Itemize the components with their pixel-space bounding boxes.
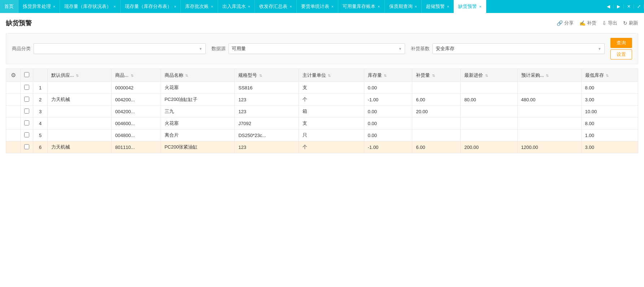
row-goods-code-4: 004800... bbox=[112, 129, 161, 141]
tab-close-available[interactable]: × bbox=[378, 4, 380, 9]
row-supplier-3 bbox=[48, 118, 112, 129]
table-body: 1 0000042 火花塞 SS816 支 0.00 8.00 2 力天机械 0… bbox=[6, 82, 638, 153]
data-table: ⚙ 默认供应... ⇅ 商品... ⇅ 商品名称 ⇅ bbox=[6, 69, 638, 153]
col-replenish[interactable]: 补货量 ⇅ bbox=[412, 69, 461, 82]
category-arrow-icon: ▼ bbox=[199, 47, 203, 51]
tab-nav-fullscreen[interactable]: ⤢ bbox=[634, 4, 644, 9]
replenish-button[interactable]: ✍ 补货 bbox=[579, 20, 596, 26]
row-checkbox-cell-4[interactable] bbox=[21, 129, 33, 141]
row-unit-1: 个 bbox=[299, 94, 364, 106]
row-replenish-3 bbox=[412, 118, 461, 129]
supplier-sort-icon: ⇅ bbox=[76, 74, 79, 78]
row-latest-price-3 bbox=[461, 118, 517, 129]
header-actions: 🔗 分享 ✍ 补货 ⇩ 导出 ↻ 刷新 bbox=[557, 20, 638, 26]
row-checkbox-cell-0[interactable] bbox=[21, 82, 33, 94]
row-goods-name-5: PC200张紧油缸 bbox=[161, 141, 235, 153]
tab-nav-close[interactable]: ✕ bbox=[624, 4, 634, 9]
replenish-base-arrow-icon: ▼ bbox=[598, 47, 601, 51]
spec-sort-icon: ⇅ bbox=[259, 74, 262, 78]
row-checkbox-2[interactable] bbox=[24, 109, 29, 114]
tab-close-stock-dist[interactable]: × bbox=[174, 4, 176, 9]
replenish-base-select[interactable]: 安全库存 ▼ bbox=[432, 43, 605, 54]
tab-receive[interactable]: 收发存汇总表 × bbox=[255, 0, 296, 13]
col-goods-name[interactable]: 商品名称 ⇅ bbox=[161, 69, 235, 82]
tab-close-receive[interactable]: × bbox=[290, 4, 292, 9]
tab-bar: 首页 拣货异常处理 × 现存量（库存状况表） × 现存量（库存分布表） × 库存… bbox=[0, 0, 644, 13]
row-latest-price-1: 80.00 bbox=[461, 94, 517, 106]
tab-close-batch[interactable]: × bbox=[211, 4, 213, 9]
col-latest-price[interactable]: 最新进价 ⇅ bbox=[461, 69, 517, 82]
col-unit[interactable]: 主计量单位 ⇅ bbox=[299, 69, 364, 82]
tab-expiry[interactable]: 保质期查询 × bbox=[385, 0, 422, 13]
tab-close-expiry[interactable]: × bbox=[415, 4, 417, 9]
tab-home[interactable]: 首页 bbox=[0, 0, 18, 13]
col-checkbox-all[interactable] bbox=[21, 69, 33, 82]
table-row: 4 004600... 火花塞 J7092 支 0.00 8.00 bbox=[6, 118, 638, 129]
row-spec-4: DS250*23c... bbox=[235, 129, 299, 141]
row-est-purchase-5: 1200.00 bbox=[517, 141, 581, 153]
col-goods-code[interactable]: 商品... ⇅ bbox=[112, 69, 161, 82]
col-supplier[interactable]: 默认供应... ⇅ bbox=[48, 69, 112, 82]
tab-close-order-stat[interactable]: × bbox=[331, 4, 334, 9]
row-checkbox-4[interactable] bbox=[24, 132, 29, 137]
col-stock[interactable]: 库存量 ⇅ bbox=[364, 69, 412, 82]
tab-inout[interactable]: 出入库流水 × bbox=[218, 0, 255, 13]
row-est-purchase-2 bbox=[517, 106, 581, 118]
tab-batch[interactable]: 库存批次账 × bbox=[181, 0, 218, 13]
tab-close-abnormal[interactable]: × bbox=[53, 4, 55, 9]
row-stock-3: 0.00 bbox=[364, 118, 412, 129]
row-checkbox-0[interactable] bbox=[24, 85, 29, 90]
col-est-purchase[interactable]: 预计采购... ⇅ bbox=[517, 69, 581, 82]
tab-close-inout[interactable]: × bbox=[248, 4, 250, 9]
tab-overstock[interactable]: 超储预警 × bbox=[422, 0, 454, 13]
page-title: 缺货预警 bbox=[6, 19, 32, 27]
tab-nav-right[interactable]: ▶ bbox=[614, 4, 624, 9]
col-gear[interactable]: ⚙ bbox=[6, 69, 21, 82]
col-spec[interactable]: 规格型号 ⇅ bbox=[235, 69, 299, 82]
row-est-purchase-3 bbox=[517, 118, 581, 129]
row-gear-1 bbox=[6, 94, 21, 106]
row-goods-name-1: PC200油缸缸子 bbox=[161, 94, 235, 106]
tab-shortage[interactable]: 缺货预警 × bbox=[454, 0, 486, 13]
row-replenish-4 bbox=[412, 129, 461, 141]
col-min-stock[interactable]: 最低库存 ⇅ bbox=[581, 69, 638, 82]
tab-stock-status[interactable]: 现存量（库存状况表） × bbox=[60, 0, 120, 13]
datasource-filter-group: 数据源 可用量 ▼ bbox=[212, 43, 405, 54]
row-checkbox-5[interactable] bbox=[24, 144, 29, 149]
row-checkbox-cell-1[interactable] bbox=[21, 94, 33, 106]
gear-settings-icon[interactable]: ⚙ bbox=[10, 72, 17, 79]
datasource-select[interactable]: 可用量 ▼ bbox=[229, 43, 405, 54]
row-checkbox-cell-3[interactable] bbox=[21, 118, 33, 129]
tab-nav-left[interactable]: ◀ bbox=[604, 4, 614, 9]
row-latest-price-2 bbox=[461, 106, 517, 118]
share-button[interactable]: 🔗 分享 bbox=[557, 20, 574, 26]
category-select[interactable]: ▼ bbox=[34, 43, 206, 54]
tab-close-shortage[interactable]: × bbox=[479, 4, 481, 9]
row-unit-2: 箱 bbox=[299, 106, 364, 118]
latest-price-sort-icon: ⇅ bbox=[485, 74, 488, 78]
row-checkbox-cell-5[interactable] bbox=[21, 141, 33, 153]
tab-available[interactable]: 可用量库存账本 × bbox=[338, 0, 384, 13]
unit-sort-icon: ⇅ bbox=[328, 74, 331, 78]
tab-close-stock-status[interactable]: × bbox=[113, 4, 116, 9]
tab-order-stat[interactable]: 要货单统计表 × bbox=[297, 0, 338, 13]
row-est-purchase-0 bbox=[517, 82, 581, 94]
row-checkbox-3[interactable] bbox=[24, 120, 29, 125]
export-button[interactable]: ⇩ 导出 bbox=[602, 20, 617, 26]
row-spec-5: 123 bbox=[235, 141, 299, 153]
tab-nav-controls: ◀ ▶ ✕ ⤢ bbox=[604, 4, 644, 9]
row-gear-3 bbox=[6, 118, 21, 129]
tab-close-overstock[interactable]: × bbox=[447, 4, 449, 9]
row-min-stock-2: 10.00 bbox=[581, 106, 638, 118]
row-checkbox-1[interactable] bbox=[24, 97, 29, 102]
query-button[interactable]: 查询 bbox=[610, 38, 632, 48]
row-checkbox-cell-2[interactable] bbox=[21, 106, 33, 118]
settings-button[interactable]: 设置 bbox=[610, 49, 632, 59]
row-stock-2: 0.00 bbox=[364, 106, 412, 118]
row-unit-4: 只 bbox=[299, 129, 364, 141]
tab-abnormal[interactable]: 拣货异常处理 × bbox=[18, 0, 60, 13]
tab-stock-dist[interactable]: 现存量（库存分布表） × bbox=[121, 0, 181, 13]
refresh-button[interactable]: ↻ 刷新 bbox=[623, 20, 638, 26]
select-all-checkbox[interactable] bbox=[24, 72, 29, 77]
table-row: 3 004200... 三九 123 箱 0.00 20.00 10.00 bbox=[6, 106, 638, 118]
